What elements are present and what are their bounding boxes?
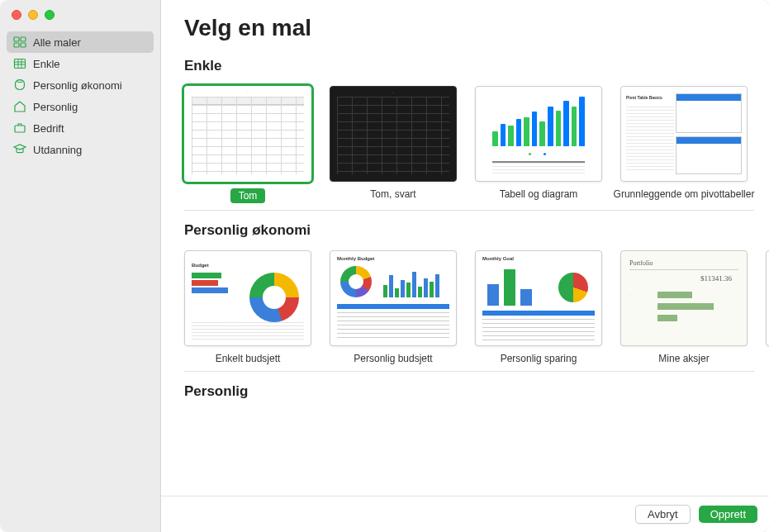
close-window-button[interactable]	[12, 10, 21, 20]
template-label: Enkelt budsjett	[216, 353, 281, 364]
svg-rect-10	[15, 126, 25, 132]
svg-point-9	[17, 80, 23, 83]
svg-rect-4	[15, 59, 26, 69]
template-row-simple: · Tom · Tom, svart	[184, 86, 754, 203]
section-title-personal: Personlig	[184, 383, 754, 400]
simple-icon	[13, 57, 26, 70]
template-row-finance: Budget Enkelt budsjett Monthly Budget	[184, 250, 754, 364]
template-label: Tom	[230, 188, 266, 203]
bar-chart-icon	[492, 97, 585, 146]
divider	[184, 371, 754, 372]
sidebar-item-label: Enkle	[33, 58, 60, 70]
sidebar-item-label: Bedrift	[33, 122, 64, 135]
template-thumbnail: Portfolio $11341.36 · · ·	[620, 250, 748, 346]
template-thumbnail: ·	[184, 86, 311, 182]
sidebar-item-business[interactable]: Bedrift	[7, 117, 154, 139]
template-blank-dark[interactable]: · Tom, svart	[330, 86, 457, 203]
template-chooser-window: Alle maler Enkle Personlig økonomi Perso…	[0, 0, 769, 532]
template-label: Tabell og diagram	[500, 188, 578, 200]
template-pivot[interactable]: Pivot Table Basics Grunnleggende om pivo…	[620, 86, 748, 203]
template-label: Personlig budsjett	[354, 353, 432, 364]
svg-rect-0	[14, 37, 19, 41]
finance-icon	[13, 78, 26, 92]
cancel-button[interactable]: Avbryt	[635, 505, 691, 524]
page-title: Velg en mal	[184, 15, 754, 41]
template-thumbnail: Shared Expenses	[766, 250, 769, 346]
template-scroll-area[interactable]: Velg en mal Enkle · Tom ·	[161, 0, 769, 496]
sidebar-item-simple[interactable]: Enkle	[7, 53, 154, 74]
sidebar-item-finance[interactable]: Personlig økonomi	[7, 74, 154, 96]
zoom-window-button[interactable]	[45, 10, 55, 20]
sidebar-item-label: Personlig	[33, 101, 78, 113]
sidebar-item-personal[interactable]: Personlig	[7, 96, 154, 117]
template-thumbnail: · ·	[475, 86, 602, 182]
sidebar: Alle maler Enkle Personlig økonomi Perso…	[0, 0, 161, 532]
divider	[184, 210, 754, 211]
footer: Avbryt Opprett	[161, 496, 769, 532]
template-blank[interactable]: · Tom	[184, 86, 311, 203]
sidebar-item-all-templates[interactable]: Alle maler	[7, 31, 154, 53]
sidebar-item-label: Personlig økonomi	[33, 79, 122, 92]
donut-chart-icon	[249, 273, 299, 322]
sidebar-item-label: Alle maler	[33, 36, 81, 49]
minimize-window-button[interactable]	[28, 10, 38, 20]
template-personal-budget[interactable]: Monthly Budget	[330, 250, 457, 364]
template-label: Mine aksjer	[658, 353, 709, 364]
template-personal-savings[interactable]: Monthly Goal Personlig sparing	[475, 250, 602, 364]
template-label: Personlig sparing	[501, 353, 577, 364]
sidebar-item-label: Utdanning	[33, 144, 82, 156]
template-thumbnail: ·	[330, 86, 457, 182]
create-button[interactable]: Opprett	[699, 506, 757, 523]
main-panel: Velg en mal Enkle · Tom ·	[161, 0, 769, 532]
personal-icon	[13, 100, 26, 113]
template-label: Grunnleggende om pivottabeller	[614, 188, 755, 200]
sidebar-item-education[interactable]: Utdanning	[7, 139, 154, 160]
template-thumbnail: Monthly Budget	[330, 250, 457, 346]
pie-chart-icon	[558, 273, 588, 302]
template-label: Tom, svart	[370, 188, 415, 200]
sidebar-categories: Alle maler Enkle Personlig økonomi Perso…	[0, 28, 160, 164]
all-templates-icon	[13, 36, 26, 49]
business-icon	[13, 121, 26, 135]
template-my-stocks[interactable]: Portfolio $11341.36 · · · Mine aksjer	[620, 250, 748, 364]
svg-rect-1	[21, 37, 26, 41]
svg-rect-3	[21, 43, 26, 47]
template-thumbnail: Budget	[184, 250, 311, 346]
template-table-chart[interactable]: · · Tabell og diagram	[475, 86, 602, 203]
section-title-simple: Enkle	[184, 58, 754, 74]
window-controls	[0, 0, 160, 28]
template-thumbnail: Monthly Goal	[475, 250, 602, 346]
bar-chart-icon	[487, 269, 545, 306]
bar-chart-icon	[383, 266, 448, 297]
education-icon	[13, 143, 26, 156]
template-thumbnail: Pivot Table Basics	[620, 86, 748, 182]
template-shared-expenses[interactable]: Shared Expenses Delte utg	[766, 250, 769, 364]
svg-rect-2	[14, 43, 19, 47]
donut-chart-icon	[340, 266, 372, 297]
section-title-finance: Personlig økonomi	[184, 222, 754, 239]
template-simple-budget[interactable]: Budget Enkelt budsjett	[184, 250, 311, 364]
